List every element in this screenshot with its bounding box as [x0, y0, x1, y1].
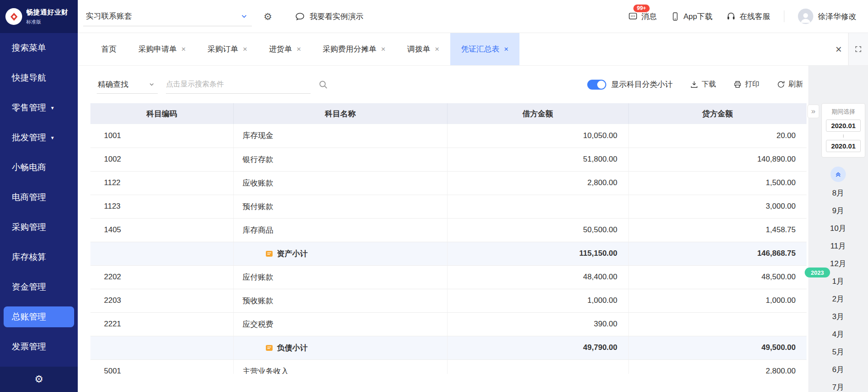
column-header-3: 借方金额 [447, 103, 628, 124]
tab-7[interactable]: 凭证汇总表× [450, 33, 519, 65]
period-to[interactable]: 2020.01 [826, 140, 860, 152]
sidebar-item-6[interactable]: 电商管理 [0, 182, 78, 212]
demo-link[interactable]: 我要看实例演示 [295, 11, 363, 22]
online-service-button[interactable]: 在线客服 [726, 11, 770, 22]
close-all-tabs-icon[interactable]: × [829, 43, 848, 56]
refresh-button[interactable]: 刷新 [777, 80, 803, 89]
double-chevron-up-icon [834, 170, 842, 178]
collapse-panel-icon[interactable]: » [807, 105, 819, 118]
sidebar-item-5[interactable]: 小畅电商 [0, 153, 78, 182]
subtotal-toggle-label: 显示科目分类小计 [611, 79, 673, 90]
sidebar-item-label: 零售管理 [12, 102, 46, 114]
tab-1[interactable]: 首页 [90, 33, 127, 65]
subtotal-row[interactable]: 负债小计49,790.0049,500.00 [90, 336, 807, 359]
cell-name: 应收账款 [233, 171, 447, 195]
search-icon[interactable] [318, 79, 329, 90]
account-set-label: 实习联系账套 [86, 11, 132, 21]
table-row[interactable]: 2203预收账款1,000.001,000.00 [90, 289, 807, 312]
voucher-summary-table: 科目编码科目名称借方金额贷方金额 1001库存现金10,050.0020.001… [90, 103, 807, 374]
tab-close-icon[interactable]: × [297, 45, 301, 53]
table-row[interactable]: 1122应收账款2,800.001,500.00 [90, 171, 807, 195]
workspace-gear-icon[interactable]: ⚙ [264, 12, 272, 21]
tab-close-icon[interactable]: × [504, 45, 509, 53]
sidebar-item-7[interactable]: 采购管理 [0, 212, 78, 242]
brand-edition: 标准版 [26, 19, 68, 25]
tab-close-icon[interactable]: × [381, 45, 386, 53]
sidebar-footer: ⚙ [0, 367, 78, 392]
sidebar-menu: 搜索菜单快捷导航零售管理▼批发管理▼小畅电商电商管理采购管理库存核算资金管理总账… [0, 33, 78, 367]
period-from[interactable]: 2020.01 [826, 120, 860, 132]
table-row[interactable]: 5001主营业务收入2,800.00 [90, 359, 807, 374]
chevron-down-icon: ▼ [50, 105, 55, 110]
search-mode-label: 精确查找 [98, 79, 128, 90]
month-item-9[interactable]: 4月 [808, 325, 868, 343]
download-icon [690, 80, 698, 89]
scroll-up-button[interactable] [830, 167, 846, 182]
subtotal-toggle[interactable] [587, 80, 606, 90]
messages-count-badge: 99+ [633, 5, 650, 12]
subtotal-row[interactable]: 资产小计115,150.00146,868.75 [90, 242, 807, 265]
sidebar-item-11[interactable]: 发票管理 [0, 332, 78, 362]
cell-code [90, 336, 233, 359]
month-item-12[interactable]: 7月 [808, 378, 868, 392]
table-row[interactable]: 1002银行存款51,800.00140,890.00 [90, 148, 807, 171]
fullscreen-button[interactable] [848, 33, 868, 65]
cell-code: 1002 [90, 148, 233, 171]
month-item-1[interactable]: 8月 [808, 184, 868, 202]
table-row[interactable]: 2202应付账款48,400.0048,500.00 [90, 265, 807, 289]
cell-name: 负债小计 [233, 336, 447, 359]
month-item-10[interactable]: 5月 [808, 343, 868, 361]
sidebar-item-3[interactable]: 零售管理▼ [0, 93, 78, 123]
month-item-8[interactable]: 3月 [808, 308, 868, 325]
table-row[interactable]: 2221应交税费390.00 [90, 312, 807, 336]
cell-code: 1405 [90, 218, 233, 242]
table-row[interactable]: 1405库存商品50,500.001,458.75 [90, 218, 807, 242]
tab-4[interactable]: 进货单× [258, 33, 312, 65]
settings-gear-icon[interactable]: ⚙ [34, 374, 43, 384]
search-condition-field[interactable] [166, 76, 311, 94]
tab-3[interactable]: 采购订单× [197, 33, 258, 65]
chevron-down-icon: ▼ [50, 135, 55, 140]
cell-credit: 1,500.00 [628, 171, 807, 195]
app-download-button[interactable]: App下载 [670, 11, 712, 22]
cell-code: 1001 [90, 124, 233, 148]
sidebar-item-2[interactable]: 快捷导航 [0, 63, 78, 93]
subtotal-label: 负债小计 [243, 343, 447, 353]
tab-close-icon[interactable]: × [181, 45, 186, 53]
messages-button[interactable]: 99+ 消息 [628, 11, 657, 22]
cell-credit [628, 312, 807, 336]
sidebar-item-9[interactable]: 资金管理 [0, 272, 78, 302]
period-selector: 期间选择 2020.01 2020.01 [821, 103, 865, 158]
download-button[interactable]: 下载 [690, 80, 716, 89]
cell-name: 资产小计 [233, 242, 447, 265]
tab-label: 采购申请单 [138, 44, 177, 54]
sidebar-item-8[interactable]: 库存核算 [0, 242, 78, 272]
messages-label: 消息 [642, 11, 657, 22]
cell-name: 银行存款 [233, 148, 447, 171]
print-button[interactable]: 打印 [733, 80, 760, 89]
month-item-4[interactable]: 11月 [808, 237, 868, 255]
month-item-11[interactable]: 6月 [808, 361, 868, 378]
tab-6[interactable]: 调拨单× [396, 33, 450, 65]
subtotal-label: 资产小计 [243, 249, 447, 259]
account-set-select[interactable]: 实习联系账套 [83, 6, 252, 26]
search-input[interactable] [166, 80, 311, 88]
sidebar-item-10[interactable]: 总账管理 [0, 302, 78, 332]
table-row[interactable]: 1123预付账款3,000.00 [90, 195, 807, 218]
tab-close-icon[interactable]: × [435, 45, 439, 53]
month-item-3[interactable]: 10月 [808, 220, 868, 237]
fullscreen-icon [854, 45, 862, 53]
month-item-2[interactable]: 9月 [808, 202, 868, 220]
tab-5[interactable]: 采购费用分摊单× [312, 33, 396, 65]
table-row[interactable]: 1001库存现金10,050.0020.00 [90, 124, 807, 148]
search-mode-select[interactable]: 精确查找 [97, 76, 158, 94]
tab-2[interactable]: 采购申请单× [127, 33, 197, 65]
user-menu[interactable]: 徐泽华修改 [798, 9, 856, 24]
month-item-7[interactable]: 2月 [808, 290, 868, 308]
sidebar-item-4[interactable]: 批发管理▼ [0, 123, 78, 153]
print-label: 打印 [745, 80, 760, 89]
period-separator [843, 134, 844, 138]
sidebar-item-1[interactable]: 搜索菜单 [0, 33, 78, 63]
cell-credit: 146,868.75 [628, 242, 807, 265]
tab-close-icon[interactable]: × [243, 45, 247, 53]
